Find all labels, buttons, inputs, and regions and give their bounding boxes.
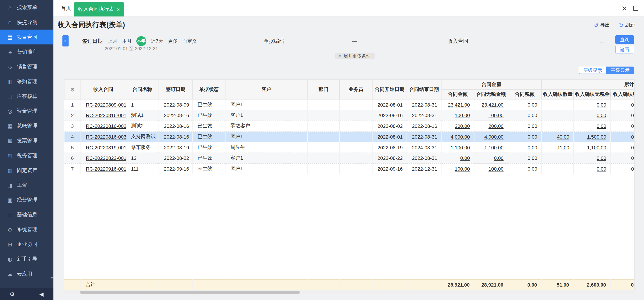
sidebar-item[interactable]: ◇ 销售管理 (0, 59, 54, 74)
amount-link[interactable]: 1,100.00 (450, 145, 470, 150)
settings-button[interactable]: 设置 (615, 46, 634, 54)
sidebar-item[interactable]: ≡ 基础信息 (0, 207, 54, 222)
ellipsis-icon[interactable]: … (600, 38, 606, 44)
filter-collapse-button[interactable]: » (62, 35, 69, 47)
amount-link[interactable]: 100.00 (455, 112, 470, 118)
income-contract-input[interactable] (472, 37, 596, 46)
confirm-notax-link[interactable]: 1,500.00 (587, 134, 606, 140)
amount-notax-link[interactable]: 4,000.00 (484, 134, 504, 140)
amount-notax-link[interactable]: 100.00 (488, 112, 503, 118)
confirm-notax-link[interactable]: 0.00 (596, 112, 606, 118)
confirm-notax-link[interactable]: 1,100.00 (587, 145, 606, 150)
sidebar-item[interactable]: ▦ 总账管理 (0, 118, 54, 133)
tab-close-icon[interactable]: × (117, 6, 120, 12)
date-quick-option[interactable]: 更多 (168, 38, 178, 45)
column-settings-icon[interactable]: ⚙ (70, 87, 75, 93)
amount-notax-link[interactable]: 100.00 (488, 166, 503, 172)
confirm-qty-link[interactable]: 40.00 (557, 134, 569, 140)
amount-notax-link[interactable]: 0.00 (494, 155, 504, 161)
col-header-amount-notax[interactable]: 合同无税金额 (474, 89, 508, 99)
sidebar-item[interactable]: ◈ 营销推广 (0, 44, 54, 59)
confirm-notax-link[interactable]: 0.00 (596, 155, 606, 161)
contract-code-link[interactable]: RC-20220819-001 (86, 145, 126, 150)
sidebar-item[interactable]: ◨ 工资 (0, 178, 54, 192)
col-header-dept[interactable]: 部门 (308, 80, 340, 99)
doc-code-to-input[interactable] (360, 37, 422, 46)
date-quick-option[interactable]: 近7天 (151, 38, 163, 45)
col-header-salesman[interactable]: 业务员 (340, 80, 372, 99)
sidebar-item[interactable]: ⌂ 快捷导航 (0, 15, 54, 30)
export-button[interactable]: ↺ 导出 (594, 22, 610, 29)
gear-icon[interactable]: ⚙ (10, 291, 14, 297)
contract-code-link[interactable]: RC-20220809-001 (86, 102, 126, 108)
col-header-confirm-qty[interactable]: 收入确认数量 (542, 89, 574, 99)
sidebar-scroll-down-icon[interactable]: ▼ (51, 276, 53, 280)
tab-home[interactable]: 首页 (61, 0, 71, 16)
col-header-amount[interactable]: 合同金额 (442, 89, 474, 99)
table-row[interactable]: 6 RC-20220822-001 12 2022-08-22 已生效 客户1 … (64, 153, 634, 163)
sidebar-item[interactable]: ⌕ 搜索菜单 (0, 0, 54, 15)
confirm-notax-link[interactable]: 0.00 (596, 123, 606, 129)
table-row[interactable]: 7 RC-20220916-001 111 2022-09-16 未生效 客户1… (64, 163, 634, 174)
contract-code-link[interactable]: RC-20220816-001 (86, 112, 126, 118)
tab-active[interactable]: 收入合同执行表 × (74, 2, 124, 16)
col-header-sign-date[interactable]: 签订日期 (159, 80, 192, 99)
col-header-customer[interactable]: 客户 (225, 80, 307, 99)
contract-code-link[interactable]: RC-20220816-002 (86, 123, 126, 129)
amount-link[interactable]: 200.00 (455, 123, 470, 129)
date-quick-option[interactable]: 自定义 (182, 38, 197, 45)
col-header-tax[interactable]: 合同税额 (508, 89, 542, 99)
col-header-start-date[interactable]: 合同开始日期 (372, 80, 407, 99)
sidebar-item[interactable]: ▨ 税务管理 (0, 148, 54, 163)
sidebar-item[interactable]: ◐ 新手引导 (0, 252, 54, 266)
refresh-button[interactable]: ↻ 刷新 (619, 22, 635, 29)
sidebar-item[interactable]: ▧ 发票管理 (0, 133, 54, 148)
confirm-notax-link[interactable]: 0.00 (596, 166, 606, 172)
date-quick-option[interactable]: 本年 (136, 36, 146, 46)
app: ⌕ 搜索菜单 ⌂ 快捷导航 ▤ 项目合同 ◈ 营销推广 (0, 0, 644, 300)
amount-link[interactable]: 4,000.00 (450, 134, 470, 140)
sidebar-item[interactable]: ▤ 项目合同 (0, 30, 54, 44)
doc-code-from-input[interactable] (288, 37, 349, 46)
contract-code-link[interactable]: RC-20220816-003 (86, 134, 126, 140)
table-row[interactable]: 5 RC-20220819-001 修车服务 2022-08-19 已生效 周先… (64, 142, 634, 153)
date-quick-option[interactable]: 本月 (122, 38, 132, 45)
col-header-name[interactable]: 合同名称 (126, 80, 159, 99)
view-flat-button[interactable]: 平级显示 (606, 67, 634, 74)
maximize-icon[interactable] (633, 6, 638, 11)
sidebar-item[interactable]: ☁ 云应用 (0, 266, 54, 281)
col-header-end-date[interactable]: 合同结束日期 (407, 80, 441, 99)
date-quick-option[interactable]: 上月 (108, 38, 118, 45)
view-hierarchical-button[interactable]: 层级显示 (579, 67, 606, 74)
confirm-qty-link[interactable]: 11.00 (557, 145, 569, 150)
scrollbar-thumb[interactable] (80, 291, 300, 294)
table-row[interactable]: 1 RC-20220809-001 1 2022-08-09 已生效 客户1 2… (64, 99, 634, 110)
sidebar-item[interactable]: ▣ 经营管理 (0, 193, 54, 207)
col-header-confirm-notax[interactable]: 收入确认无税金额 (574, 89, 610, 99)
col-header-status[interactable]: 单据状态 (192, 80, 226, 99)
confirm-notax-link[interactable]: 0.00 (596, 102, 606, 108)
col-header-confirm-tax[interactable]: 收入确认税额 (610, 89, 634, 99)
amount-link[interactable]: 100.00 (455, 166, 470, 172)
close-icon[interactable]: × (622, 5, 627, 12)
amount-notax-link[interactable]: 1,100.00 (484, 145, 504, 150)
table-row[interactable]: 3 RC-20220816-002 测试2 2022-08-16 已生效 零散客… (64, 121, 634, 131)
sidebar-item[interactable]: ⊙ 系统管理 (0, 222, 54, 237)
sidebar-item[interactable]: ◎ 资金管理 (0, 104, 54, 118)
sidebar-item[interactable]: ▥ 采购管理 (0, 74, 54, 89)
contract-code-link[interactable]: RC-20220822-001 (86, 155, 126, 161)
sidebar-item[interactable]: ▩ 固定资产 (0, 163, 54, 178)
query-button[interactable]: 查询 (615, 35, 634, 44)
amount-link[interactable]: 23,421.00 (448, 102, 470, 108)
sidebar-item[interactable]: ⊞ 企业协同 (0, 237, 54, 252)
megaphone-icon[interactable]: ◀ (39, 291, 44, 297)
contract-code-link[interactable]: RC-20220916-001 (86, 166, 126, 172)
table-row[interactable]: 2 RC-20220816-001 测试1 2022-08-16 已生效 客户1… (64, 110, 634, 121)
sidebar-item[interactable]: ◫ 库存核算 (0, 89, 54, 104)
col-header-contract[interactable]: 收入合同 (81, 80, 126, 99)
amount-link[interactable]: 0.00 (460, 155, 470, 161)
amount-notax-link[interactable]: 23,421.00 (482, 102, 504, 108)
table-row[interactable]: 4 RC-20220816-003 支持网测试 2022-08-16 已生效 客… (64, 131, 634, 142)
expand-more-button[interactable]: » 展开更多条件 (335, 53, 374, 59)
amount-notax-link[interactable]: 200.00 (488, 123, 503, 129)
